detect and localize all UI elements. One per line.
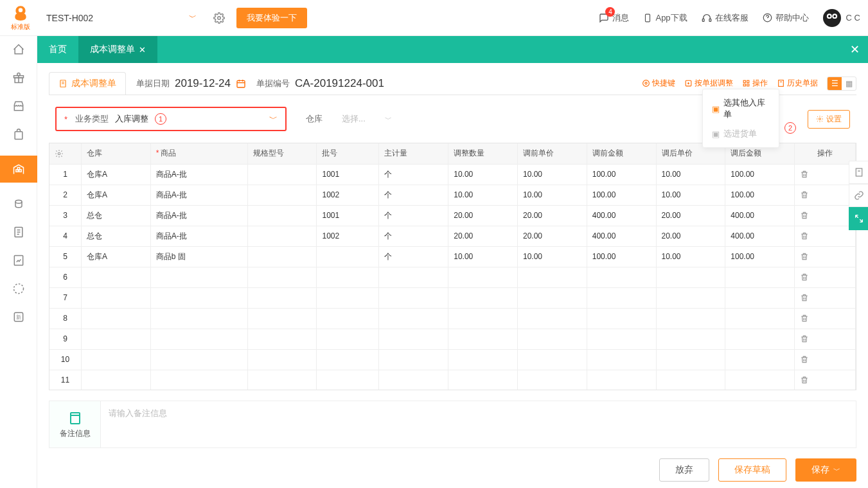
try-button[interactable]: 我要体验一下 — [236, 8, 307, 28]
cell-batch[interactable]: 1001 — [317, 164, 379, 185]
cell-post-amt[interactable]: 400.00 — [725, 226, 795, 246]
sidebar-money-icon[interactable] — [12, 197, 26, 211]
sidebar-doc-icon[interactable] — [12, 225, 26, 239]
save-draft-button[interactable]: 保存草稿 — [718, 458, 786, 482]
col-unit[interactable]: 主计量 — [379, 143, 448, 164]
warehouse-placeholder[interactable]: 选择... — [342, 113, 366, 125]
cell-spec[interactable] — [247, 329, 317, 349]
cell-batch[interactable] — [317, 308, 379, 329]
cell-adj-qty[interactable]: 10.00 — [448, 185, 518, 205]
cell-spec[interactable] — [247, 185, 317, 205]
cell-product[interactable] — [150, 370, 247, 390]
cell-adj-qty[interactable] — [448, 267, 518, 287]
table-row[interactable]: 4总仓商品A-批1002个20.0020.00400.0020.00400.00 — [49, 226, 856, 246]
cell-pre-amt[interactable] — [587, 370, 656, 390]
row-delete[interactable] — [795, 164, 856, 185]
cell-pre-amt[interactable] — [587, 267, 656, 287]
cell-unit[interactable]: 个 — [379, 164, 448, 185]
cell-pre-price[interactable]: 10.00 — [517, 185, 587, 205]
cell-wh[interactable] — [82, 308, 151, 329]
cell-post-price[interactable] — [656, 349, 725, 370]
cell-batch[interactable] — [317, 267, 379, 287]
cell-post-amt[interactable]: 400.00 — [725, 205, 795, 226]
cell-unit[interactable]: 个 — [379, 185, 448, 205]
col-pre-amt[interactable]: 调前金额 — [587, 143, 656, 164]
sidebar-warehouse-icon[interactable] — [0, 156, 37, 183]
cell-post-price[interactable]: 10.00 — [656, 185, 725, 205]
cell-spec[interactable] — [247, 226, 317, 246]
cell-wh[interactable]: 总仓 — [82, 226, 151, 246]
cell-post-price[interactable] — [656, 370, 725, 390]
table-row[interactable]: 1仓库A商品A-批1001个10.0010.00100.0010.00100.0… — [49, 164, 856, 185]
sidebar-bag-icon[interactable] — [12, 127, 26, 141]
shortcut-action[interactable]: 快捷键 — [642, 78, 675, 89]
cell-wh[interactable]: 仓库A — [82, 185, 151, 205]
discard-button[interactable]: 放弃 — [659, 458, 709, 482]
cell-product[interactable]: 商品A-批 — [150, 205, 247, 226]
cell-spec[interactable] — [247, 164, 317, 185]
cell-pre-price[interactable] — [517, 287, 587, 308]
col-warehouse[interactable]: 仓库 — [82, 143, 151, 164]
help-link[interactable]: 帮助中心 — [763, 12, 809, 24]
pick-other-in-doc[interactable]: ▣ 选其他入库单 — [703, 93, 779, 124]
cell-pre-price[interactable]: 20.00 — [517, 205, 587, 226]
row-delete[interactable] — [795, 185, 856, 205]
cell-pre-amt[interactable] — [587, 287, 656, 308]
cell-unit[interactable] — [379, 329, 448, 349]
col-adj-qty[interactable]: 调整数量 — [448, 143, 518, 164]
chevron-down-icon[interactable]: ﹀ — [385, 114, 392, 124]
row-delete[interactable] — [795, 370, 856, 390]
table-row[interactable]: 2仓库A商品A-批1002个10.0010.00100.0010.00100.0… — [49, 185, 856, 205]
cell-post-price[interactable] — [656, 267, 725, 287]
table-row[interactable]: 5仓库A商品b 固个10.0010.00100.0010.00100.00 — [49, 246, 856, 267]
cell-product[interactable]: 商品A-批 — [150, 164, 247, 185]
row-delete[interactable] — [795, 287, 856, 308]
col-settings[interactable] — [49, 143, 82, 164]
table-row[interactable]: 8 — [49, 308, 856, 329]
col-product[interactable]: 商品 — [150, 143, 247, 164]
cell-batch[interactable]: 1001 — [317, 205, 379, 226]
cell-post-amt[interactable] — [725, 329, 795, 349]
save-button[interactable]: 保存 ﹀ — [795, 458, 856, 482]
cell-wh[interactable] — [82, 287, 151, 308]
cell-unit[interactable] — [379, 370, 448, 390]
org-select[interactable]: TEST-H002 ﹀ — [41, 10, 202, 26]
cell-post-amt[interactable]: 100.00 — [725, 164, 795, 185]
cell-batch[interactable]: 1002 — [317, 226, 379, 246]
doc-date-value[interactable]: 2019-12-24 — [175, 77, 231, 90]
cell-unit[interactable] — [379, 287, 448, 308]
cell-spec[interactable] — [247, 267, 317, 287]
cell-spec[interactable] — [247, 246, 317, 267]
cell-adj-qty[interactable]: 10.00 — [448, 246, 518, 267]
cell-spec[interactable] — [247, 370, 317, 390]
cell-unit[interactable]: 个 — [379, 226, 448, 246]
col-pre-price[interactable]: 调前单价 — [517, 143, 587, 164]
cell-post-amt[interactable] — [725, 267, 795, 287]
cell-pre-price[interactable]: 10.00 — [517, 246, 587, 267]
cell-post-price[interactable] — [656, 308, 725, 329]
cell-spec[interactable] — [247, 287, 317, 308]
grid-view-icon[interactable]: ▦ — [842, 77, 856, 90]
cell-post-amt[interactable]: 100.00 — [725, 246, 795, 267]
cell-batch[interactable] — [317, 246, 379, 267]
calendar-icon[interactable] — [236, 78, 246, 89]
cell-pre-amt[interactable]: 100.00 — [587, 246, 656, 267]
cell-wh[interactable]: 仓库A — [82, 164, 151, 185]
by-document-action[interactable]: 按单据调整 — [684, 78, 733, 89]
cell-adj-qty[interactable] — [448, 329, 518, 349]
cell-post-price[interactable]: 20.00 — [656, 226, 725, 246]
row-delete[interactable] — [795, 246, 856, 267]
cell-spec[interactable] — [247, 205, 317, 226]
cell-unit[interactable] — [379, 349, 448, 370]
remarks-input[interactable] — [101, 401, 856, 447]
cell-pre-amt[interactable]: 100.00 — [587, 164, 656, 185]
cell-post-amt[interactable] — [725, 308, 795, 329]
cell-adj-qty[interactable]: 10.00 — [448, 164, 518, 185]
sidebar-home-icon[interactable] — [12, 42, 26, 57]
row-delete[interactable] — [795, 329, 856, 349]
cell-post-amt[interactable] — [725, 349, 795, 370]
cell-product[interactable] — [150, 329, 247, 349]
cell-pre-amt[interactable]: 400.00 — [587, 205, 656, 226]
cell-product[interactable] — [150, 308, 247, 329]
sidebar-dashed-icon[interactable] — [12, 282, 26, 296]
